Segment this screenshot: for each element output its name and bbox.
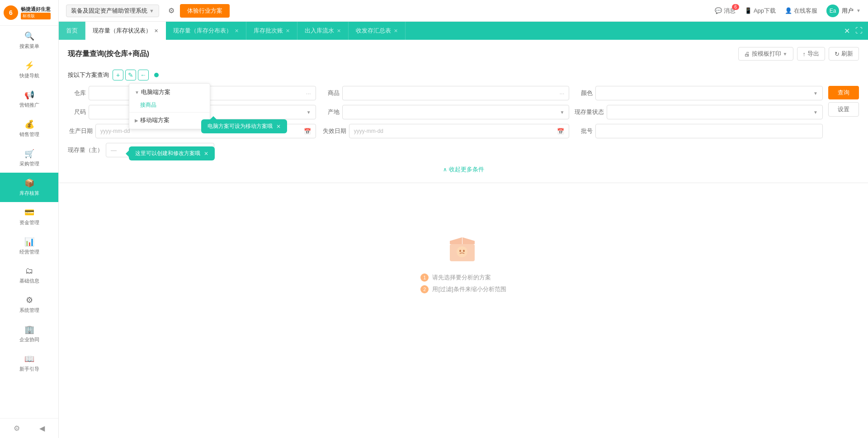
inventory-icon: 📦	[24, 178, 34, 188]
search-buttons: 查询 设置	[828, 86, 859, 117]
edit-scheme-btn[interactable]: ✎	[125, 70, 136, 80]
guide-icon: 📖	[24, 354, 34, 364]
tab-home[interactable]: 首页	[59, 22, 85, 40]
prev-scheme-btn[interactable]: ←	[138, 70, 149, 80]
sidebar-item-sales[interactable]: 💰 销售管理	[0, 114, 58, 143]
calendar-icon-2: 📅	[557, 128, 564, 135]
search-icon: 🔍	[24, 31, 34, 41]
filter-header: 按以下方案查询 + ✎ ←	[68, 70, 859, 80]
size-label: 尺码	[68, 108, 86, 116]
sidebar-item-inventory[interactable]: 📦 库存核算	[0, 173, 58, 202]
sidebar-nav: 🔍 搜索菜单 ⚡ 快捷导航 📢 营销推广 💰 销售管理 🛒 采购管理 📦	[0, 26, 58, 418]
empty-illustration	[441, 228, 486, 264]
phone-icon: 📱	[745, 7, 752, 14]
origin-field-group: 产地 ▼	[321, 105, 570, 119]
empty-tips: 1 请先选择要分析的方案 2 用[过滤]条件来缩小分析范围	[420, 273, 506, 293]
reset-btn[interactable]: 设置	[828, 102, 859, 117]
sidebar-collapse-btn[interactable]: ◀	[39, 424, 45, 433]
tab-close-collect-dist[interactable]: ✕	[394, 28, 398, 34]
tab-close-batch-ledger[interactable]: ✕	[286, 28, 290, 34]
print-btn[interactable]: 🖨 按模板打印 ▼	[738, 47, 793, 61]
tree-parent-desktop[interactable]: ▼ 电脑端方案	[129, 85, 210, 99]
calendar-icon-1: 📅	[304, 128, 311, 135]
produce-date-label: 生产日期	[68, 127, 93, 135]
basic-icon: 🗂	[25, 266, 33, 276]
print-icon: 🖨	[744, 51, 750, 57]
top-header: 装备及固定资产辅助管理系统 ▼ ⚙ 体验行业方案 💬 消息 6 📱 App下载 …	[59, 0, 868, 22]
sidebar-item-guide[interactable]: 📖 新手引导	[0, 349, 58, 378]
svg-point-3	[457, 246, 467, 257]
empty-tip-2: 2 用[过滤]条件来缩小分析范围	[420, 285, 506, 293]
size-dropdown-icon: ▼	[307, 110, 311, 115]
tab-expand-btn[interactable]: ⛶	[854, 25, 864, 37]
tooltip-close-1[interactable]: ✕	[276, 123, 281, 130]
logo-badge: 标准版	[21, 13, 51, 19]
connector-dot	[154, 73, 159, 77]
tooltip-close-2[interactable]: ✕	[204, 151, 208, 157]
finance-icon: 💳	[24, 207, 34, 217]
user-area[interactable]: Ea 用户 ▼	[826, 5, 861, 17]
sidebar-item-finance[interactable]: 💳 资金管理	[0, 202, 58, 231]
tab-close-all-btn[interactable]: ✕	[842, 25, 852, 37]
sidebar-item-marketing[interactable]: 📢 营销推广	[0, 85, 58, 114]
svg-marker-2	[462, 237, 475, 244]
tree-child-jishanpin[interactable]: 接商品	[129, 99, 210, 111]
print-dropdown-icon: ▼	[783, 52, 788, 57]
message-icon: 💬	[715, 7, 722, 14]
stock-status-select[interactable]: ▼	[607, 105, 823, 119]
support-icon: 👤	[785, 7, 792, 14]
goods-label: 商品	[321, 89, 340, 97]
tab-close-inventory-status[interactable]: ✕	[154, 28, 158, 34]
system-title: 装备及固定资产辅助管理系统	[71, 7, 147, 15]
color-select[interactable]: ▼	[595, 86, 823, 100]
refresh-btn[interactable]: ↻ 刷新	[829, 47, 859, 61]
tab-inventory-dist[interactable]: 现存量（库存分布表） ✕	[166, 22, 246, 40]
enterprise-icon: 🏢	[24, 325, 34, 334]
search-btn[interactable]: 查询	[828, 86, 859, 99]
origin-dropdown-icon: ▼	[560, 110, 564, 115]
tree-parent-mobile[interactable]: ▶ 移动端方案	[129, 113, 210, 127]
sidebar-item-enterprise[interactable]: 🏢 企业协同	[0, 319, 58, 349]
add-scheme-btn[interactable]: +	[113, 70, 123, 80]
tooltip-text-1: 电脑方案可设为移动方案哦	[208, 122, 273, 130]
goods-input[interactable]: ···	[342, 86, 570, 100]
sidebar-settings-btn[interactable]: ⚙	[14, 424, 20, 433]
industry-btn[interactable]: 体验行业方案	[180, 4, 230, 18]
origin-select[interactable]: ▼	[342, 105, 570, 119]
business-icon: 📊	[24, 237, 34, 247]
page-header: 现存量查询(按仓库+商品) 🖨 按模板打印 ▼ ↑ 导出 ↻	[59, 40, 868, 64]
tooltip-bubble-create: 这里可以创建和修改方案哦 ✕	[129, 146, 215, 160]
app-download-action[interactable]: 📱 App下载	[745, 7, 776, 15]
support-action[interactable]: 👤 在线客服	[785, 7, 817, 15]
main-area: 装备及固定资产辅助管理系统 ▼ ⚙ 体验行业方案 💬 消息 6 📱 App下载 …	[59, 0, 868, 438]
sidebar-item-basic[interactable]: 🗂 基础信息	[0, 261, 58, 290]
header-settings-btn[interactable]: ⚙	[168, 6, 175, 15]
tab-in-out-flow[interactable]: 出入库流水 ✕	[297, 22, 349, 40]
tab-bar-right: ✕ ⛶	[839, 25, 868, 37]
sidebar-item-search[interactable]: 🔍 搜索菜单	[0, 26, 58, 55]
tree-children-desktop: 接商品	[129, 99, 210, 111]
tab-inventory-status[interactable]: 现存量（库存状况表） ✕	[85, 22, 166, 40]
sidebar-item-system[interactable]: ⚙ 系统管理	[0, 290, 58, 319]
sidebar-item-business[interactable]: 📊 经营管理	[0, 231, 58, 261]
logo-icon: 6	[4, 5, 18, 20]
tab-batch-ledger[interactable]: 库存批次账 ✕	[246, 22, 297, 40]
expire-date-input[interactable]: yyyy-mm-dd 📅	[349, 124, 570, 138]
avatar: Ea	[826, 5, 839, 17]
filter-collapse-btn[interactable]: ∧ 收起更多条件	[68, 162, 859, 177]
tree-group-mobile: ▶ 移动端方案	[129, 113, 210, 127]
tab-close-in-out-flow[interactable]: ✕	[337, 28, 341, 34]
tab-collect-dist[interactable]: 收发存汇总表 ✕	[349, 22, 406, 40]
batch-no-label: 批号	[575, 127, 593, 135]
color-label: 颜色	[575, 89, 593, 97]
sidebar-item-purchase[interactable]: 🛒 采购管理	[0, 143, 58, 173]
export-btn[interactable]: ↑ 导出	[797, 47, 826, 61]
sidebar-item-quick-nav[interactable]: ⚡ 快捷导航	[0, 55, 58, 85]
collapse-up-icon: ∧	[443, 166, 447, 173]
message-action[interactable]: 💬 消息 6	[715, 7, 736, 15]
stock-status-label: 现存量状态	[575, 108, 604, 116]
filter-label: 按以下方案查询	[68, 71, 109, 79]
batch-no-input[interactable]	[595, 124, 823, 138]
tab-close-inventory-dist[interactable]: ✕	[235, 28, 239, 34]
system-title-selector[interactable]: 装备及固定资产辅助管理系统 ▼	[66, 5, 159, 17]
